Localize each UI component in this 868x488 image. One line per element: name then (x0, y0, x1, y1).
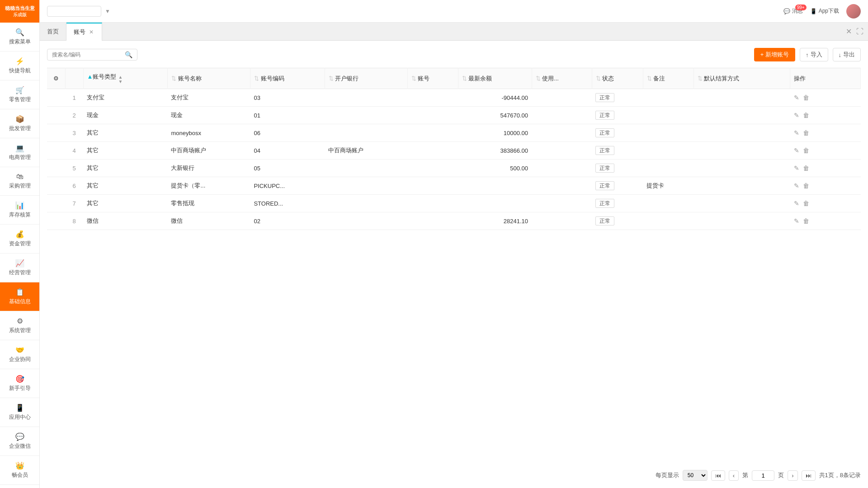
import-button[interactable]: ↑ 导入 (800, 48, 828, 61)
delete-button[interactable]: 🗑 (803, 147, 809, 154)
cell-account_name: 现金 (167, 107, 250, 124)
search-menu-icon: 🔍 (15, 28, 24, 37)
sidebar-item-enterprise-agreement[interactable]: 🤝企业协同 (0, 340, 39, 369)
col-header-account_name[interactable]: ⇅ 账号名称 (167, 68, 250, 89)
col-header-usage[interactable]: ⇅ 使用... (532, 68, 592, 89)
delete-button[interactable]: 🗑 (803, 94, 809, 101)
sidebar-item-inventory[interactable]: 📊库存核算 (0, 196, 39, 225)
cell-remarks (643, 212, 693, 230)
wholesale-mgmt-icon: 📦 (15, 115, 24, 123)
tab-home[interactable]: 首页 (40, 23, 66, 41)
cell-settings (47, 142, 65, 160)
settings-icon[interactable]: ⚙ (53, 75, 59, 82)
sidebar-item-basic-info[interactable]: 📋基础信息 (0, 282, 39, 311)
message-button[interactable]: 💬 消息 99+ (783, 7, 803, 15)
cell-usage (532, 142, 592, 160)
sidebar-item-search-menu[interactable]: 🔍搜索菜单 (0, 23, 39, 52)
cell-status: 正常 (592, 142, 643, 160)
delete-button[interactable]: 🗑 (803, 112, 809, 119)
edit-button[interactable]: ✎ (794, 94, 799, 101)
next-page-button[interactable]: › (788, 470, 797, 481)
col-header-account_code[interactable]: ⇅ 账号编码 (250, 68, 325, 89)
col-header-default_settlement[interactable]: ⇅ 默认结算方式 (693, 68, 790, 89)
sidebar-item-operations-mgmt[interactable]: 📈经营管理 (0, 253, 39, 282)
sidebar-label-operations-mgmt: 经营管理 (9, 269, 31, 277)
cell-opening_bank (325, 124, 407, 142)
avatar[interactable] (846, 4, 861, 19)
import-label: 导入 (811, 51, 822, 59)
add-account-button[interactable]: + 新增账号 (754, 48, 795, 61)
cell-latest_balance: 547670.00 (458, 107, 532, 124)
cell-usage (532, 177, 592, 195)
sidebar-item-quick-nav[interactable]: ⚡快捷导航 (0, 52, 39, 80)
cell-usage (532, 212, 592, 230)
top-search-input[interactable] (47, 6, 101, 17)
window-controls: ✕ ⛶ (844, 26, 868, 37)
cell-latest_balance: -90444.00 (458, 89, 532, 107)
cell-latest_balance: 383866.00 (458, 142, 532, 160)
page-input[interactable] (752, 470, 774, 481)
col-header-account_no[interactable]: ⇅ 账号 (407, 68, 458, 89)
sidebar-item-enterprise-wechat[interactable]: 💬企业微信 (0, 427, 39, 456)
delete-button[interactable]: 🗑 (803, 129, 809, 136)
sidebar-item-app-center[interactable]: 📱应用中心 (0, 398, 39, 427)
edit-button[interactable]: ✎ (794, 200, 799, 207)
cell-usage (532, 107, 592, 124)
col-header-account_type[interactable]: ▲账号类型▲▼ (83, 68, 167, 89)
tab-account[interactable]: 账号✕ (66, 23, 102, 41)
last-page-button[interactable]: ⏭ (802, 470, 816, 481)
logo-main: 稳稳当当生意 (5, 5, 35, 12)
status-badge: 正常 (595, 93, 614, 102)
cell-account_no (407, 160, 458, 177)
delete-button[interactable]: 🗑 (803, 217, 809, 225)
col-header-remarks[interactable]: ⇅ 备注 (643, 68, 693, 89)
sidebar-item-system-mgmt[interactable]: ⚙系统管理 (0, 311, 39, 340)
status-badge: 正常 (595, 216, 614, 225)
cell-default_settlement (693, 124, 790, 142)
delete-button[interactable]: 🗑 (803, 182, 809, 189)
prev-page-button[interactable]: ‹ (729, 470, 739, 481)
edit-button[interactable]: ✎ (794, 217, 799, 225)
edit-button[interactable]: ✎ (794, 112, 799, 119)
export-button[interactable]: ↓ 导出 (833, 48, 861, 61)
cell-latest_balance (458, 177, 532, 195)
cell-remarks (643, 124, 693, 142)
cell-remarks (643, 107, 693, 124)
col-header-opening_bank[interactable]: ⇅ 开户银行 (325, 68, 407, 89)
cell-account_name: 微信 (167, 212, 250, 230)
app-download-button[interactable]: 📱 App下载 (810, 7, 839, 15)
sidebar-item-finance-mgmt[interactable]: 💰资金管理 (0, 225, 39, 253)
close-window-button[interactable]: ✕ (844, 26, 854, 37)
page-size-select[interactable]: 50 100 200 (683, 470, 708, 481)
cell-account_name: 零售抵现 (167, 195, 250, 212)
sidebar-item-vip-member[interactable]: 👑畅会员 (0, 456, 39, 485)
col-header-latest_balance[interactable]: ⇅ 最新余额 (458, 68, 532, 89)
app-logo: 稳稳当当生意 乐成版 (0, 0, 39, 23)
first-page-button[interactable]: ⏮ (711, 470, 725, 481)
sidebar-item-ecommerce-mgmt[interactable]: 💻电商管理 (0, 138, 39, 167)
edit-button[interactable]: ✎ (794, 164, 799, 172)
cell-account_code: 01 (250, 107, 325, 124)
system-mgmt-icon: ⚙ (17, 317, 23, 325)
edit-button[interactable]: ✎ (794, 147, 799, 154)
maximize-window-button[interactable]: ⛶ (855, 27, 864, 37)
edit-button[interactable]: ✎ (794, 129, 799, 136)
cell-account_type: 其它 (83, 142, 167, 160)
sidebar-item-purchase-mgmt[interactable]: 🛍采购管理 (0, 167, 39, 196)
sidebar-item-retail-mgmt[interactable]: 🛒零售管理 (0, 80, 39, 109)
enterprise-agreement-icon: 🤝 (15, 346, 24, 354)
col-header-status[interactable]: ⇅ 状态 (592, 68, 643, 89)
tab-close-account[interactable]: ✕ (88, 28, 94, 36)
cell-status: 正常 (592, 212, 643, 230)
delete-button[interactable]: 🗑 (803, 164, 809, 172)
sidebar-item-wholesale-mgmt[interactable]: 📦批发管理 (0, 109, 39, 138)
search-icon[interactable]: 🔍 (125, 51, 132, 58)
search-input[interactable] (52, 52, 122, 58)
dropdown-arrow-icon[interactable]: ▼ (105, 8, 110, 14)
action-buttons: ✎ 🗑 (794, 182, 857, 189)
edit-button[interactable]: ✎ (794, 182, 799, 189)
retail-mgmt-icon: 🛒 (15, 86, 24, 94)
delete-button[interactable]: 🗑 (803, 200, 809, 207)
sidebar-item-new-guide[interactable]: 🎯新手引导 (0, 369, 39, 398)
page-label: 第 (742, 471, 748, 479)
